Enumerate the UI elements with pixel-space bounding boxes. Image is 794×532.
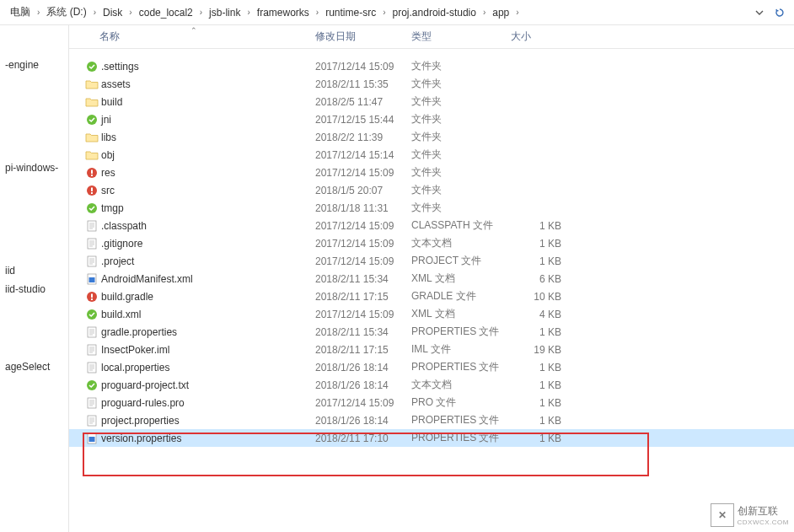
file-row[interactable]: project.properties2018/1/26 18:14PROPERT… — [69, 411, 794, 429]
tree-item[interactable]: -engine — [0, 56, 68, 74]
file-row[interactable]: build.xml2017/12/14 15:09XML 文档4 KB — [69, 305, 794, 323]
file-size: 1 KB — [511, 433, 561, 444]
file-row[interactable]: .project2017/12/14 15:09PROJECT 文件1 KB — [69, 252, 794, 270]
column-size[interactable]: 大小 — [511, 30, 561, 44]
file-type: 文件夹 — [411, 94, 511, 109]
tree-item[interactable]: iid-studio — [0, 280, 68, 298]
file-name: src — [101, 185, 315, 196]
column-type[interactable]: 类型 — [411, 30, 511, 44]
file-size: 10 KB — [511, 291, 561, 303]
file-row[interactable]: libs2018/2/2 11:39文件夹 — [69, 128, 794, 146]
breadcrumb-segment[interactable]: proj.android-studio — [388, 7, 481, 19]
file-date: 2018/1/18 11:31 — [315, 202, 411, 214]
chevron-right-icon[interactable]: › — [245, 8, 251, 17]
breadcrumb-segment[interactable]: app — [487, 7, 514, 19]
file-date: 2017/12/15 15:44 — [315, 114, 411, 126]
file-row[interactable]: res2017/12/14 15:09文件夹 — [69, 164, 794, 181]
file-row[interactable]: assets2018/2/11 15:35文件夹 — [69, 75, 794, 93]
file-name: jni — [101, 114, 315, 126]
file-size: 1 KB — [511, 362, 561, 373]
chevron-right-icon[interactable]: › — [481, 8, 487, 17]
file-row[interactable]: local.properties2018/1/26 18:14PROPERTIE… — [69, 358, 794, 376]
breadcrumb-segment[interactable]: jsb-link — [204, 7, 245, 19]
chevron-right-icon[interactable]: › — [381, 8, 387, 17]
file-row[interactable]: gradle.properties2018/2/11 15:34PROPERTI… — [69, 323, 794, 341]
chevron-right-icon[interactable]: › — [198, 8, 204, 17]
column-name[interactable]: 名称 ⌃ — [99, 30, 315, 44]
history-dropdown-button[interactable] — [750, 4, 769, 21]
file-row[interactable]: .settings2017/12/14 15:09文件夹 — [69, 57, 794, 75]
file-name: proguard-rules.pro — [101, 397, 315, 409]
file-date: 2017/12/14 15:09 — [315, 238, 411, 250]
breadcrumb-segment[interactable]: runtime-src — [320, 7, 381, 19]
file-type: PROPERTIES 文件 — [411, 413, 511, 427]
file-row[interactable]: InsectPoker.iml2018/2/11 17:15IML 文件19 K… — [69, 341, 794, 358]
file-size: 1 KB — [511, 326, 561, 338]
file-row[interactable]: build2018/2/5 11:47文件夹 — [69, 93, 794, 110]
file-type: GRADLE 文件 — [411, 289, 511, 304]
file-row[interactable]: AndroidManifest.xml2018/2/11 15:34XML 文档… — [69, 270, 794, 287]
file-type: PROPERTIES 文件 — [411, 431, 511, 445]
breadcrumb-segment[interactable]: 电脑 — [5, 5, 35, 19]
file-row[interactable]: .classpath2017/12/14 15:09CLASSPATH 文件1 … — [69, 217, 794, 234]
refresh-button[interactable] — [770, 4, 789, 21]
file-row[interactable]: build.gradle2018/2/11 17:15GRADLE 文件10 K… — [69, 287, 794, 305]
file-row[interactable]: src2018/1/5 20:07文件夹 — [69, 181, 794, 199]
file-icon — [84, 432, 99, 445]
file-date: 2018/2/11 17:15 — [315, 344, 411, 356]
chevron-right-icon[interactable]: › — [314, 8, 320, 17]
file-date: 2017/12/14 15:14 — [315, 149, 411, 161]
tree-item[interactable]: ageSelect — [0, 357, 68, 376]
file-icon — [84, 379, 99, 392]
file-row[interactable]: obj2017/12/14 15:14文件夹 — [69, 146, 794, 164]
file-date: 2017/12/14 15:09 — [315, 220, 411, 232]
file-row[interactable]: version.properties2018/2/11 17:10PROPERT… — [69, 429, 794, 447]
watermark-logo-icon: ✕ — [711, 503, 734, 527]
file-icon — [84, 148, 99, 162]
svg-rect-10 — [88, 239, 96, 249]
file-icon — [84, 166, 99, 180]
file-row[interactable]: proguard-project.txt2018/1/26 18:14文本文档1… — [69, 376, 794, 394]
chevron-right-icon[interactable]: › — [92, 8, 98, 17]
svg-rect-3 — [91, 169, 93, 174]
file-size: 1 KB — [511, 379, 561, 391]
file-icon — [84, 60, 99, 73]
chevron-right-icon[interactable]: › — [514, 8, 520, 17]
tree-item[interactable]: iid — [0, 261, 68, 280]
file-size: 1 KB — [511, 238, 561, 250]
breadcrumb-segment[interactable]: frameworks — [252, 7, 314, 19]
sidebar-tree[interactable]: -engine pi-windows- iid iid-studio ageSe… — [0, 25, 69, 532]
chevron-right-icon[interactable]: › — [127, 8, 133, 17]
breadcrumb-segment[interactable]: 系统 (D:) — [41, 5, 91, 19]
file-name: build — [101, 96, 315, 108]
file-row[interactable]: .gitignore2017/12/14 15:09文本文档1 KB — [69, 234, 794, 252]
column-headers[interactable]: 名称 ⌃ 修改日期 类型 大小 — [69, 25, 794, 49]
file-name: InsectPoker.iml — [101, 344, 315, 356]
file-name: gradle.properties — [101, 326, 315, 338]
file-size: 1 KB — [511, 415, 561, 427]
file-name: build.gradle — [101, 291, 315, 303]
file-type: 文本文档 — [411, 378, 511, 392]
breadcrumb: 电脑›系统 (D:)›Disk›code_local2›jsb-link›fra… — [0, 0, 794, 25]
file-name: .project — [101, 255, 315, 267]
file-date: 2018/1/26 18:14 — [315, 362, 411, 373]
file-type: 文件夹 — [411, 112, 511, 126]
chevron-right-icon[interactable]: › — [35, 8, 41, 17]
file-type: 文件夹 — [411, 201, 511, 215]
column-date[interactable]: 修改日期 — [315, 30, 411, 44]
tree-item[interactable]: pi-windows- — [0, 159, 68, 177]
file-size: 4 KB — [511, 309, 561, 320]
breadcrumb-segment[interactable]: Disk — [98, 7, 127, 19]
file-row[interactable]: proguard-rules.pro2017/12/14 15:09PRO 文件… — [69, 394, 794, 411]
breadcrumb-segment[interactable]: code_local2 — [134, 7, 198, 19]
file-row[interactable]: jni2017/12/15 15:44文件夹 — [69, 110, 794, 128]
svg-rect-11 — [88, 256, 96, 266]
file-row[interactable]: tmgp2018/1/18 11:31文件夹 — [69, 199, 794, 217]
file-icon — [84, 237, 99, 250]
file-name: obj — [101, 149, 315, 161]
file-date: 2017/12/14 15:09 — [315, 397, 411, 409]
file-type: 文件夹 — [411, 59, 511, 73]
file-name: libs — [101, 132, 315, 143]
file-icon — [84, 396, 99, 410]
file-icon — [84, 78, 99, 91]
